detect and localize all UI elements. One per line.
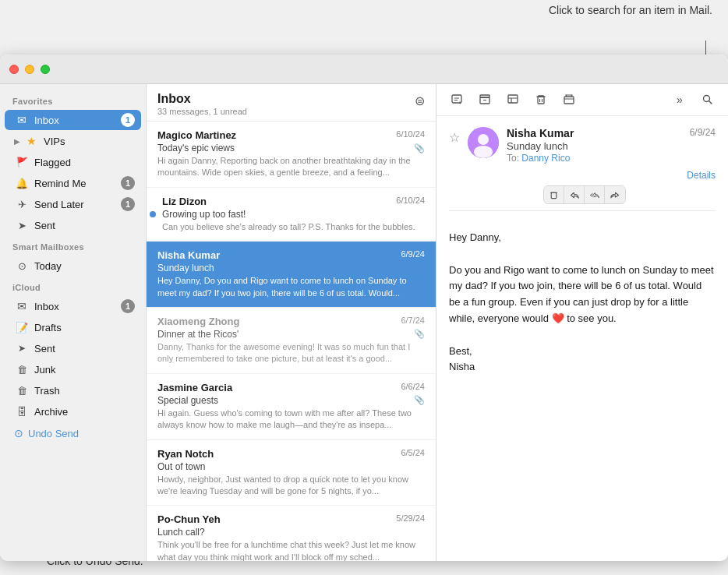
- inline-trash-button[interactable]: [544, 186, 564, 203]
- icloud-inbox-icon: ✉: [14, 298, 30, 314]
- attachment-icon: 📎: [414, 143, 425, 153]
- move-icon: [507, 93, 519, 106]
- body-text: Hey Danny,: [449, 230, 716, 246]
- star-button[interactable]: ☆: [449, 130, 460, 145]
- detail-to: To: Danny Rico: [507, 153, 716, 164]
- reply-all-button[interactable]: [585, 186, 605, 203]
- junk-button[interactable]: [558, 89, 580, 111]
- svg-rect-6: [508, 95, 518, 103]
- list-item[interactable]: Liz Dizon 6/10/24 Growing up too fast! C…: [147, 188, 436, 242]
- compose-button[interactable]: [446, 89, 468, 111]
- filter-icon[interactable]: ⊜: [415, 93, 425, 108]
- minimize-button[interactable]: [25, 65, 34, 74]
- send-later-badge: 1: [121, 197, 135, 211]
- sidebar-item-send-later[interactable]: ✈ Send Later 1: [5, 194, 141, 214]
- favorites-label: Favorites: [0, 90, 146, 109]
- svg-rect-10: [564, 97, 574, 104]
- msg-preview: Howdy, neighbor, Just wanted to drop a q…: [157, 474, 425, 498]
- msg-sender: Magico Martinez: [157, 129, 390, 141]
- msg-subject: Growing up too fast!: [162, 209, 425, 220]
- maximize-button[interactable]: [41, 65, 50, 74]
- msg-date: 6/5/24: [401, 448, 425, 457]
- trash-toolbar-button[interactable]: [530, 89, 552, 111]
- move-button[interactable]: [502, 89, 524, 111]
- trash-toolbar-icon: [535, 93, 547, 106]
- sent-fav-icon: ➤: [14, 217, 30, 233]
- list-item[interactable]: Nisha Kumar 6/9/24 Sunday lunch Hey Dann…: [147, 242, 436, 308]
- detail-body: Hey Danny, Do you and Rigo want to come …: [436, 217, 728, 561]
- sidebar-item-today[interactable]: ⊙ Today: [5, 256, 141, 276]
- details-link[interactable]: Details: [687, 170, 716, 181]
- search-tooltip: Click to search for an item in Mail.: [549, 0, 712, 19]
- sidebar-item-remind-me[interactable]: 🔔 Remind Me 1: [5, 173, 141, 193]
- msg-header: Po-Chun Yeh 5/29/24: [157, 513, 425, 525]
- vips-expand-icon: ▶: [14, 137, 20, 146]
- inline-trash-icon: [549, 190, 559, 200]
- message-list-header: Inbox 33 messages, 1 unread ⊜: [147, 84, 436, 122]
- reply-button[interactable]: [564, 186, 585, 203]
- search-icon: [701, 93, 714, 106]
- list-item[interactable]: Xiaomeng Zhong 6/7/24 Dinner at the Rico…: [147, 308, 436, 374]
- svg-point-15: [474, 146, 493, 158]
- sidebar-item-junk[interactable]: 🗑 Junk: [5, 359, 141, 379]
- msg-header: Jasmine Garcia 6/6/24: [157, 382, 425, 393]
- main-content: Favorites ✉ Inbox 1 ▶ ★ VIPs 🚩 Flagged 🔔: [0, 84, 728, 561]
- sidebar-sent-icloud-label: Sent: [34, 343, 135, 355]
- msg-header: Liz Dizon 6/10/24: [162, 196, 425, 207]
- sender-row: ☆ Nisha Kumar 6/9/24 Sunday lu: [449, 127, 716, 164]
- list-item[interactable]: Jasmine Garcia 6/6/24 Special guests 📎 H…: [147, 374, 436, 440]
- sidebar-today-label: Today: [34, 260, 135, 272]
- sender-info: Nisha Kumar 6/9/24 Sunday lunch To: Dann…: [507, 127, 716, 164]
- sidebar-item-inbox-fav[interactable]: ✉ Inbox 1: [5, 110, 141, 130]
- search-button[interactable]: [697, 89, 719, 111]
- svg-point-14: [478, 134, 489, 145]
- detail-subject: Sunday lunch: [507, 140, 716, 152]
- sidebar-drafts-label: Drafts: [34, 322, 135, 333]
- archive-toolbar-icon: [479, 93, 491, 106]
- sidebar-item-inbox-icloud[interactable]: ✉ Inbox 1: [5, 296, 141, 316]
- detail-toolbar: »: [436, 84, 728, 116]
- msg-date: 6/10/24: [396, 196, 425, 205]
- msg-date: 6/7/24: [401, 316, 425, 325]
- list-item[interactable]: Magico Martinez 6/10/24 Today's epic vie…: [147, 122, 436, 188]
- list-item[interactable]: Po-Chun Yeh 5/29/24 Lunch call? Think yo…: [147, 506, 436, 561]
- svg-rect-4: [480, 95, 489, 97]
- avatar: [468, 127, 499, 158]
- msg-subject: Sunday lunch: [157, 263, 425, 273]
- msg-date: 6/6/24: [401, 382, 425, 391]
- sidebar-icloud-inbox-label: Inbox: [34, 301, 121, 312]
- msg-header: Magico Martinez 6/10/24: [157, 129, 425, 141]
- sidebar-item-trash[interactable]: 🗑 Trash: [5, 380, 141, 400]
- bell-icon: 🔔: [14, 175, 30, 191]
- icloud-label: iCloud: [0, 277, 146, 295]
- msg-sender: Liz Dizon: [162, 196, 390, 207]
- junk-icon: [563, 93, 575, 106]
- more-button[interactable]: »: [669, 89, 691, 111]
- separator: [449, 210, 716, 211]
- message-list-subtitle: 33 messages, 1 unread: [157, 107, 247, 116]
- message-action-buttons: [543, 185, 626, 204]
- undo-send-button[interactable]: ⊙ Undo Send: [5, 422, 141, 444]
- msg-sender: Ryan Notch: [157, 448, 394, 460]
- chevron-right-icon: »: [677, 93, 683, 106]
- to-recipient[interactable]: Danny Rico: [521, 153, 570, 164]
- sidebar-item-archive[interactable]: 🗄 Archive: [5, 401, 141, 422]
- sidebar-item-sent-icloud[interactable]: ➤ Sent: [5, 338, 141, 358]
- forward-icon: [610, 190, 620, 200]
- attachment-icon: 📎: [414, 329, 425, 339]
- sidebar-item-sent-fav[interactable]: ➤ Sent: [5, 215, 141, 235]
- svg-rect-16: [551, 192, 557, 198]
- star-icon: ★: [23, 133, 39, 149]
- sidebar-item-vips[interactable]: ▶ ★ VIPs: [5, 131, 141, 151]
- message-list-title: Inbox: [157, 92, 247, 106]
- forward-button[interactable]: [605, 186, 625, 203]
- sidebar-item-drafts[interactable]: 📝 Drafts: [5, 317, 141, 337]
- msg-sender: Jasmine Garcia: [157, 382, 394, 393]
- close-button[interactable]: [9, 65, 19, 74]
- svg-rect-7: [538, 97, 544, 104]
- list-item[interactable]: Ryan Notch 6/5/24 Out of town Howdy, nei…: [147, 440, 436, 506]
- sidebar-item-flagged[interactable]: 🚩 Flagged: [5, 152, 141, 172]
- msg-subject: Out of town: [157, 461, 425, 472]
- archive-button[interactable]: [474, 89, 496, 111]
- to-label: To:: [507, 153, 521, 164]
